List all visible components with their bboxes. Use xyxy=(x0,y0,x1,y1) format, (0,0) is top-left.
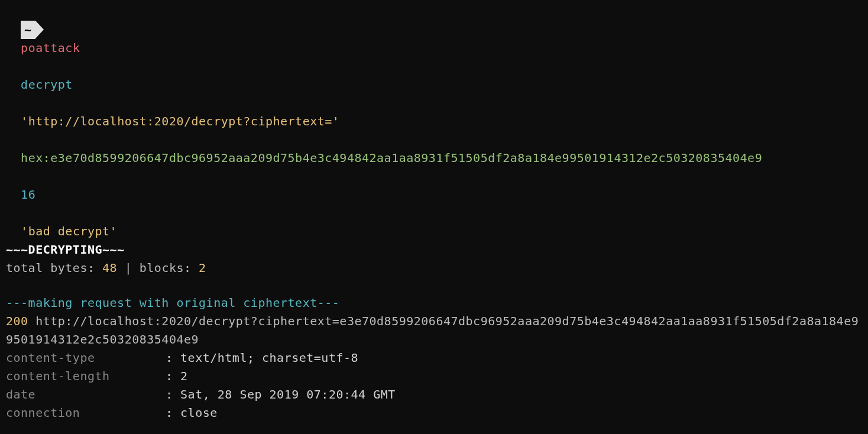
total-bytes-value: 48 xyxy=(102,261,117,275)
arg-hex: hex:e3e70d8599206647dbc96952aaa209d75b4e… xyxy=(21,151,762,165)
header-val: : text/html; charset=utf-8 xyxy=(166,349,358,367)
arg-oracle: 'bad decrypt' xyxy=(21,224,117,238)
response-url: http://localhost:2020/decrypt?ciphertext… xyxy=(6,314,859,346)
blocks-value: 2 xyxy=(199,261,206,275)
command-sub: decrypt xyxy=(21,77,73,92)
header-key: content-length xyxy=(6,367,166,386)
header-key: date xyxy=(6,386,166,404)
response-line: 200 http://localhost:2020/decrypt?cipher… xyxy=(6,312,862,349)
prompt-badge: ~ xyxy=(21,21,35,39)
totals-line: total bytes: 48 | blocks: 2 xyxy=(6,259,862,277)
arg-url: 'http://localhost:2020/decrypt?ciphertex… xyxy=(21,114,339,128)
header-row: connection : close xyxy=(6,404,862,422)
header-row: date : Sat, 28 Sep 2019 07:20:44 GMT xyxy=(6,386,862,404)
header-val: : close xyxy=(166,404,218,422)
arg-blocksize: 16 xyxy=(21,187,35,202)
total-bytes-label: total bytes: xyxy=(6,261,102,275)
header-val: : Sat, 28 Sep 2019 07:20:44 GMT xyxy=(166,386,396,404)
header-val: : 2 xyxy=(166,367,188,386)
command-name: poattack xyxy=(21,41,80,55)
request-banner: ---making request with original cipherte… xyxy=(6,294,862,312)
blocks-label: blocks: xyxy=(140,261,199,275)
header-key: content-type xyxy=(6,349,166,367)
header-key: connection xyxy=(6,404,166,422)
decrypting-banner: ~~~DECRYPTING~~~ xyxy=(6,241,862,259)
header-row: content-type : text/html; charset=utf-8 xyxy=(6,349,862,367)
response-headers: content-type : text/html; charset=utf-8 … xyxy=(6,349,862,422)
response-status: 200 xyxy=(6,314,28,328)
command-line: ~ poattack decrypt 'http://localhost:202… xyxy=(6,2,862,241)
header-row: content-length : 2 xyxy=(6,367,862,386)
totals-sep: | xyxy=(117,261,140,275)
